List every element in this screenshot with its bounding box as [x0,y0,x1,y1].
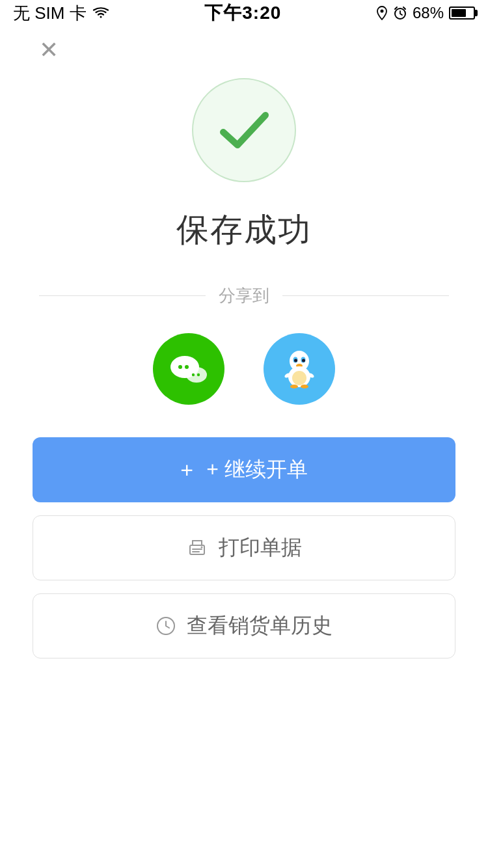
svg-point-15 [292,371,306,385]
status-left: 无 SIM 卡 [13,2,110,25]
close-button[interactable]: ✕ [33,34,65,66]
svg-point-0 [380,10,383,13]
no-sim-text: 无 SIM 卡 [13,2,87,25]
share-divider: 分享到 [0,284,488,307]
wechat-icon [168,351,210,387]
svg-point-10 [294,359,297,362]
continue-label: + 继续开单 [206,455,308,484]
svg-point-7 [197,373,199,375]
svg-rect-22 [192,551,200,552]
plus-icon: + [180,457,193,483]
status-time: 下午3:20 [204,1,281,25]
close-icon: ✕ [39,38,59,62]
status-bar: 无 SIM 卡 下午3:20 68% [0,0,488,26]
svg-point-12 [302,359,305,362]
history-label: 查看销货单历史 [187,612,332,640]
alarm-icon [393,6,407,20]
checkmark-icon [217,107,272,153]
battery-percent: 68% [413,4,444,22]
svg-point-4 [185,365,189,369]
main-content: 保存成功 分享到 [0,26,488,658]
success-circle [192,78,296,182]
print-button[interactable]: 打印单据 [33,515,455,580]
wifi-icon [92,7,110,20]
svg-point-16 [290,385,298,388]
print-icon [186,537,208,558]
share-icons [153,333,335,405]
action-buttons: + + 继续开单 打印单据 查看销货单历史 [0,437,488,658]
svg-point-3 [178,365,182,369]
continue-button[interactable]: + + 继续开单 [33,437,455,502]
share-label: 分享到 [219,284,269,307]
location-icon [376,6,388,20]
svg-rect-21 [192,549,202,550]
print-label: 打印单据 [219,534,302,562]
svg-point-23 [201,547,203,549]
share-section: 分享到 [0,284,488,405]
divider-right [282,295,449,296]
svg-point-6 [191,373,194,375]
status-right: 68% [376,4,475,22]
battery-icon [449,7,475,20]
divider-left [39,295,206,296]
qq-icon [280,348,319,390]
success-title: 保存成功 [176,208,312,252]
svg-point-5 [186,367,207,383]
history-button[interactable]: 查看销货单历史 [33,593,455,658]
svg-point-17 [301,385,308,388]
qq-share-button[interactable] [264,333,335,405]
history-icon [156,616,176,636]
wechat-share-button[interactable] [153,333,224,405]
